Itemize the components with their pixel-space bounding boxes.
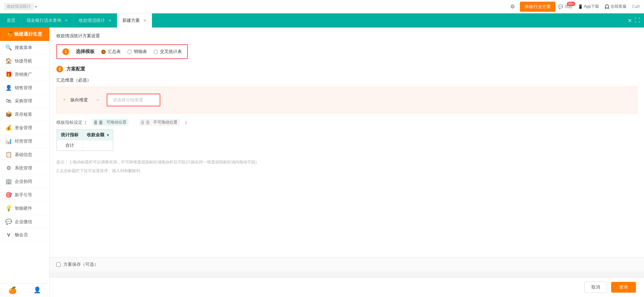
sidebar-item-hardware[interactable]: 💡 智能硬件 [0,202,49,215]
sidebar-logo: 🍊 畅捷通好生意 [0,28,49,41]
service-icon: 🎧 [604,4,609,9]
tab-new-plan-label: 新建方案 [122,17,140,23]
step2-badge: 2 [56,66,63,72]
query-button[interactable]: 查询 [611,282,636,293]
dimension-input[interactable]: 请选择分组维度 [107,94,160,106]
sidebar-bottom-icon1[interactable]: 🍊 [8,286,17,294]
tab-new-plan[interactable]: 新建方案 ✕ [117,13,152,28]
dimension-subsection: 汇总维度（必选） * 纵向维度 → 请选择分组维度 [56,77,637,175]
sidebar-item-business[interactable]: 📊 经营管理 [0,135,49,148]
tab-cash-flow-close[interactable]: ✕ [65,18,68,23]
gear-button[interactable]: ⚙ [508,2,517,11]
search-menu-icon: 🔍 [5,44,12,51]
radio-detail[interactable]: 明细表 [127,49,147,55]
sidebar-bottom-icon2[interactable]: 👤 [34,286,41,294]
sidebar-item-member[interactable]: V 畅会员 [0,229,49,242]
save-plan-label[interactable]: 方案保存（可选） [63,261,98,267]
step1-badge: 1 [62,48,69,55]
wechat-icon: 💬 [5,218,12,225]
sidebar-item-inventory[interactable]: 📦 库存核算 [0,108,49,121]
sidebar-item-guide[interactable]: 🎯 新手引导 [0,188,49,202]
tab-cash-flow-label: 现金银行流水查询 [26,17,61,23]
indicator-table-row: 合计 [57,140,113,151]
radio-cross-input[interactable] [154,50,158,54]
indicator-col-header[interactable]: 收款金额 ▾ [83,130,113,140]
tab-cash-flow[interactable]: 现金银行流水查询 ✕ [21,13,73,28]
sidebar-item-search[interactable]: 🔍 搜索菜单 [0,41,49,54]
sidebar-label-hardware: 智能硬件 [15,205,32,211]
tab-home-label: 首页 [7,17,15,23]
radio-detail-input[interactable] [127,50,132,54]
indicator-col-label: 收款金额 [87,132,104,137]
sidebar-label-search: 搜索菜单 [15,45,32,51]
tab-receipt-stats[interactable]: 收款情况统计 ✕ [73,13,117,28]
indicator-tag-fixed: 不可拖动位置 [139,119,179,126]
cancel-button[interactable]: 取消 [584,282,607,293]
dimension-required-mark: * [63,98,65,103]
indicator-section-title-text: 模板指标设定（ [56,119,87,126]
dimension-arrow: → [95,97,100,103]
indicator-col-dropdown-icon[interactable]: ▾ [107,133,109,137]
basicinfo-icon: 📋 [5,151,12,158]
tab-new-plan-close[interactable]: ✕ [143,18,146,23]
app-download-link[interactable]: 📱 App下载 [578,4,599,9]
indicator-table-container: 统计指标 收款金额 ▾ [56,129,113,151]
sidebar-bottom: 🍊 👤 [0,283,49,297]
config-subtitle: 汇总维度（必选） [56,77,637,83]
subtitle-text: 汇总维度（必选） [56,78,91,83]
sidebar-label-purchase: 采购管理 [15,98,32,104]
sidebar-item-basicinfo[interactable]: 📋 基础信息 [0,148,49,161]
download-icon: 📱 [578,4,583,9]
hint-section: 提示： 1.拖动标题栏可以调整布局，不可跨维度或指标区域拖动栏目字段(只能在同一… [56,159,637,175]
radio-summary-label: 汇总表 [108,49,121,55]
sidebar-item-system[interactable]: ⚙ 系统管理 [0,161,49,175]
step1-header: 1 选择模板 汇总表 明细表 [56,44,637,59]
step1-section: 1 选择模板 汇总表 明细表 [56,44,637,59]
tag-draggable-label: 可拖动位置 [106,119,126,125]
sidebar-label-inventory: 库存核算 [15,111,32,117]
sidebar-item-enterprise[interactable]: 🏢 企业协同 [0,175,49,188]
tag-fixed-label: 不可拖动位置 [153,119,177,125]
sidebar-item-purchase[interactable]: 🛍 采购管理 [0,95,49,108]
tab-close-all-button[interactable]: ✕ [628,17,632,24]
indicator-row-value [83,140,113,151]
sidebar-item-capital[interactable]: 💰 资金管理 [0,121,49,135]
dimension-area: * 纵向维度 → 请选择分组维度 [56,87,637,113]
industry-button[interactable]: 体验行业方案 [520,2,555,12]
sidebar-item-marketing[interactable]: 🎁 营销推广 [0,68,49,81]
breadcrumb-dropdown-icon[interactable]: ▾ [35,4,37,9]
sidebar-item-sales[interactable]: 👤 销售管理 [0,81,49,95]
tab-actions: ✕ ⛶ [624,17,644,24]
sidebar-label-guide: 新手引导 [15,192,32,198]
notification-area[interactable]: 💬 消息 99+ [558,4,573,9]
tab-home[interactable]: 首页 [0,13,21,28]
user-info: CaR [632,4,640,9]
sidebar: 🍊 畅捷通好生意 🔍 搜索菜单 🏠 快捷导航 🎁 营销推广 👤 销售管理 🛍 采… [0,28,50,297]
sidebar-label-quicknav: 快捷导航 [15,58,32,64]
logo-icon: 🍊 [7,32,13,37]
indicator-row-label: 合计 [57,140,83,151]
radio-cross[interactable]: 交叉统计表 [154,49,182,55]
sidebar-item-quicknav[interactable]: 🏠 快捷导航 [0,54,49,68]
sales-icon: 👤 [5,85,12,91]
sidebar-label-business: 经营管理 [15,138,32,144]
radio-summary-input[interactable] [101,50,106,54]
capital-icon: 💰 [5,125,12,131]
online-service-link[interactable]: 🎧 在线客服 [604,4,627,9]
indicator-group-header: 统计指标 [57,130,83,140]
page-title: 收款情况统计方案设置 [56,33,637,39]
save-plan-checkbox[interactable] [56,262,61,267]
sidebar-item-wechat[interactable]: 💬 企业微信 [0,215,49,229]
business-icon: 📊 [5,138,12,144]
purchase-icon: 🛍 [5,98,12,104]
config-section: 汇总维度（必选） * 纵向维度 → 请选择分组维度 [56,77,637,175]
sidebar-label-system: 系统管理 [15,165,32,171]
radio-summary[interactable]: 汇总表 [101,49,121,55]
sidebar-label-enterprise: 企业协同 [15,179,32,185]
quick-nav-icon: 🏠 [5,58,12,64]
tab-bar: 首页 现金银行流水查询 ✕ 收款情况统计 ✕ 新建方案 ✕ ✕ ⛶ [0,13,644,28]
sidebar-label-capital: 资金管理 [15,125,32,131]
tab-expand-button[interactable]: ⛶ [635,17,640,23]
sidebar-label-basicinfo: 基础信息 [15,152,32,158]
tab-receipt-stats-close[interactable]: ✕ [108,18,111,23]
